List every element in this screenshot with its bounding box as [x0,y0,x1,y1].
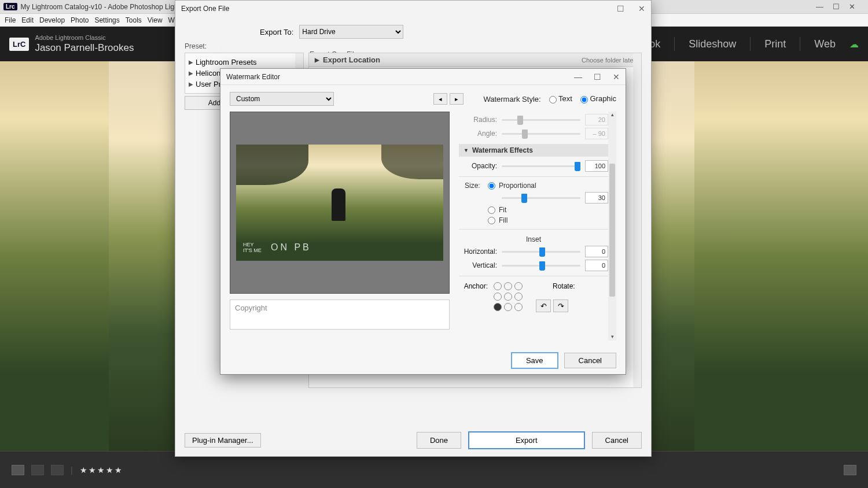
wm-title: Watermark Editor [226,73,280,81]
wm-save-button[interactable]: Save [511,352,558,369]
wm-copyright-input[interactable]: Copyright [230,300,450,330]
angle-slider[interactable] [502,128,580,139]
size-label: Size: [465,182,480,190]
wm-effects-header[interactable]: ▼Watermark Effects [459,144,608,157]
angle-label: Angle: [459,130,497,138]
wm-options-panel: Radius: 20 Angle: – 90 ▼Watermark Effect… [459,112,616,341]
module-web[interactable]: Web [814,38,836,50]
export-close-icon[interactable]: ✕ [638,4,645,13]
menu-tools[interactable]: Tools [126,16,142,24]
plugin-manager-button[interactable]: Plug-in Manager... [185,433,261,448]
wm-options-scrollbar[interactable]: ▴ ▾ [608,112,616,341]
opacity-slider[interactable] [502,161,580,171]
wm-close-icon[interactable]: ✕ [613,72,620,82]
settings-scrollbar[interactable] [633,53,641,387]
divider [750,37,751,51]
menu-file[interactable]: File [5,16,16,24]
wm-preview-image: HEYIT'S ME ON PB [236,145,443,261]
app-maximize-icon[interactable]: ☐ [833,2,840,11]
angle-value: – 90 [585,128,608,139]
preset-label: Preset: [185,42,642,50]
scroll-down-icon[interactable]: ▾ [609,334,615,341]
survey-button[interactable] [51,465,64,475]
app-minimize-icon[interactable]: — [816,2,823,11]
vertical-value[interactable]: 0 [585,260,608,271]
module-print[interactable]: Print [764,38,786,50]
wm-cancel-button[interactable]: Cancel [564,353,616,368]
horizontal-slider[interactable] [502,246,580,257]
done-button[interactable]: Done [417,432,461,449]
divider [674,37,675,51]
export-to-label: Export To: [260,28,293,36]
size-proportional-radio[interactable]: Proportional [488,182,608,190]
cloud-sync-icon[interactable]: ☁ [849,39,859,50]
wm-next-button[interactable]: ▸ [450,93,464,105]
export-cancel-button[interactable]: Cancel [592,432,642,449]
horizontal-label: Horizontal: [459,247,497,256]
section-export-location[interactable]: ▶ Export Location Choose folder later [309,53,641,67]
rotate-cw-button[interactable]: ↷ [553,300,568,312]
radius-label: Radius: [459,116,497,124]
brand-line: Adobe Lightroom Classic [35,34,134,42]
menu-photo[interactable]: Photo [71,16,89,24]
photo-right-strip [694,61,868,451]
radius-slider[interactable] [502,114,580,125]
wm-style-graphic-radio[interactable]: Graphic [576,94,616,103]
wm-graphic-large: ON PB [271,242,311,253]
anchor-bottom-left[interactable] [494,303,502,311]
wm-style-text-radio[interactable]: Text [545,94,572,103]
opacity-label: Opacity: [459,162,497,170]
horizontal-value[interactable]: 0 [585,246,608,257]
module-slideshow[interactable]: Slideshow [689,38,736,50]
lrc-logo-icon: LrC [9,38,29,51]
compare-button[interactable] [31,465,44,475]
wm-preview: HEYIT'S ME ON PB [230,112,450,294]
app-title: My Lightroom Catalog-v10 - Adobe Photosh… [21,3,190,11]
choose-folder-later: Choose folder later [582,57,635,64]
anchor-label: Anchor: [459,282,488,290]
vertical-label: Vertical: [459,261,497,269]
size-fit-radio[interactable]: Fit [488,206,608,214]
anchor-grid[interactable] [494,282,524,312]
wm-maximize-icon[interactable]: ☐ [594,72,601,82]
export-maximize-icon[interactable]: ☐ [617,4,624,13]
view-mode-button[interactable] [12,465,24,475]
menu-edit[interactable]: Edit [21,16,34,24]
preset-lightroom[interactable]: ▶Lightroom Presets [187,57,301,68]
scroll-up-icon[interactable]: ▴ [609,112,615,119]
watermark-editor-dialog: Watermark Editor — ☐ ✕ Custom ◂ ▸ Waterm… [220,68,626,375]
size-value[interactable]: 30 [585,192,608,204]
wm-graphic-small: HEYIT'S ME [243,242,262,254]
wm-style-label: Watermark Style: [483,95,540,103]
export-titlebar: Export One File ☐ ✕ [175,1,651,17]
opacity-value[interactable]: 100 [585,160,608,172]
wm-minimize-icon[interactable]: — [574,72,582,82]
filmstrip-toggle-icon[interactable] [844,465,856,475]
app-badge: Lrc [3,3,17,10]
scroll-thumb[interactable] [609,164,615,297]
size-fill-radio[interactable]: Fill [488,216,608,224]
radius-value: 20 [585,114,608,125]
menu-view[interactable]: View [148,16,163,24]
wm-preset-select[interactable]: Custom [230,92,334,106]
menu-settings[interactable]: Settings [94,16,119,24]
rotate-label: Rotate: [553,282,575,290]
export-title: Export One File [181,5,229,13]
wm-prev-button[interactable]: ◂ [433,93,447,105]
export-button[interactable]: Export [468,431,585,449]
export-to-select[interactable]: Hard Drive [299,25,403,39]
size-slider[interactable] [502,193,580,203]
rotate-ccw-button[interactable]: ↶ [536,300,551,312]
vertical-slider[interactable] [502,260,580,271]
identity-name: Jason Parnell-Brookes [35,42,134,54]
divider [800,37,800,51]
wm-titlebar: Watermark Editor — ☐ ✕ [220,69,626,85]
photo-left-strip [0,61,109,451]
app-close-icon[interactable]: ✕ [849,2,855,11]
inset-label: Inset [459,235,608,243]
menu-develop[interactable]: Develop [39,16,65,24]
rating-stars[interactable]: ★★★★★ [80,465,123,475]
